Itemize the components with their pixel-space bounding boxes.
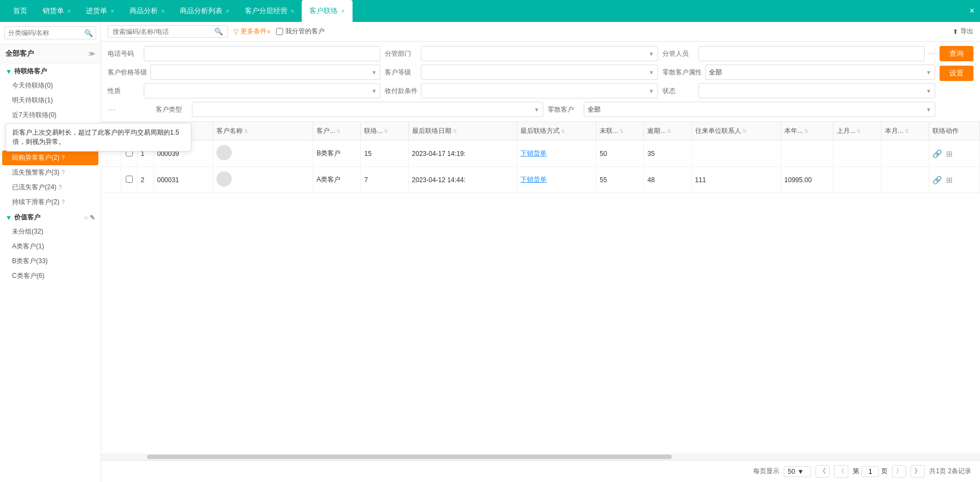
nav-product-analysis-list[interactable]: 商品分析列表 × [172,0,237,22]
filter-icon: ▽ [233,28,238,36]
price-level-caret: ▼ [371,69,377,76]
filter-dots-area: ··· [108,104,151,115]
sidebar-item-declining[interactable]: 持续下滑客户(2) ? [0,195,101,210]
export-button[interactable]: ⬆ 导出 [953,27,973,36]
nav-sales-close[interactable]: × [67,8,71,14]
row2-contact-way-link[interactable]: 下销货单 [520,176,547,183]
next-page-button[interactable]: 〉 [892,465,906,478]
waiting-contact-group[interactable]: ▼ 待联络客户 [0,63,101,78]
customer-level-select[interactable]: ▼ [421,65,658,80]
retail-attribute-select[interactable]: 全部 ▼ [705,65,935,80]
sort-icon-overdue: ⇅ [667,128,671,134]
first-page-button[interactable]: 《 [815,465,830,478]
nav-home[interactable]: 首页 [5,0,35,22]
nav-product-analysis-list-close[interactable]: × [226,8,229,14]
more-conditions-button[interactable]: ▽ 更多条件 ∧ [233,27,271,36]
nav-product-analysis[interactable]: 商品分析 × [122,0,172,22]
retail-customer-select[interactable]: 全部 ▼ [584,102,935,117]
row2-last-contact-way[interactable]: 下销货单 [517,167,596,193]
top-navigation: 首页 销货单 × 进货单 × 商品分析 × 商品分析列表 × 客户分层经营 × … [0,0,980,22]
row2-checkbox[interactable] [121,167,137,193]
filter-more-dots[interactable]: ··· [108,104,116,115]
query-button[interactable]: 查询 [940,46,973,61]
nav-purchase[interactable]: 进货单 × [78,0,121,22]
th-unit-contact[interactable]: 往来单位联系人 ⇅ [691,122,781,141]
per-page-select[interactable]: 50 ▼ [784,466,811,477]
customer-type-select[interactable]: ▼ [192,102,543,117]
prev-page-button[interactable]: 〈 [834,465,848,478]
row2-code[interactable]: 000031 [154,167,213,193]
nav-purchase-close[interactable]: × [110,8,114,14]
per-page-caret: ▼ [797,468,804,475]
sidebar-search-input[interactable] [4,26,96,39]
window-close-button[interactable]: × [970,6,975,16]
th-last-contact-way[interactable]: 最后联络方式 ⇅ [517,122,596,141]
row2-not-contacted: 55 [596,167,644,193]
sidebar-collapse-icon[interactable]: ≫ [89,50,95,57]
status-select[interactable]: ▼ [699,83,935,98]
row1-grid-icon[interactable]: ⊞ [946,149,953,158]
th-last-contact-date[interactable]: 最后联络日期 ⇅ [408,122,517,141]
payment-select[interactable]: ▼ [421,83,658,98]
row2-grid-icon[interactable]: ⊞ [946,176,953,184]
th-last-month[interactable]: 上月... ⇅ [834,122,881,141]
nav-customer-contact-close[interactable]: × [341,8,344,14]
filter-row-3: 性质 ▼ 收付款条件 ▼ [108,83,935,98]
last-page-button[interactable]: 》 [911,465,925,478]
nav-sales[interactable]: 销货单 × [35,0,78,22]
sidebar-item-repurchase-abnormal[interactable]: 回购异常客户(2) ? [2,150,98,165]
row2-select-checkbox[interactable] [126,176,133,183]
sidebar-item-lost-warning[interactable]: 流失预警客户(3) ? [0,165,101,180]
page-number-input[interactable] [861,466,879,477]
sidebar-item-tomorrow[interactable]: 明天待联络(1) [0,93,101,108]
row2-settings [101,167,121,193]
sidebar-item-today[interactable]: 今天待联络(0) [0,78,101,93]
th-this-month[interactable]: 本月... ⇅ [881,122,929,141]
row1-contact-way-link[interactable]: 下销货单 [520,149,547,157]
dept-select[interactable]: ▼ [421,46,658,61]
nav-customer-contact[interactable]: 客户联络 × [302,0,352,22]
filter-dept: 分管部门 ▼ [385,46,658,61]
th-not-contacted[interactable]: 未联... ⇅ [596,122,644,141]
customer-level-caret: ▼ [649,69,654,76]
row1-last-contact-way[interactable]: 下销货单 [517,141,596,167]
sidebar-item-already-lost[interactable]: 已流失客户(24) ? [0,180,101,195]
my-customers-checkbox[interactable] [276,28,283,35]
th-type[interactable]: 客户... ⇅ [313,122,361,141]
phone-input[interactable] [144,46,380,61]
th-name[interactable]: 客户名称 ⇅ [213,122,313,141]
settings-button[interactable]: 设置 [940,66,973,81]
nature-select[interactable]: ▼ [144,83,380,98]
row2-name[interactable] [213,167,313,193]
row2-action: 🔗 ⊞ [929,167,979,193]
manager-dots[interactable]: ··· [928,49,935,59]
row1-last-contact-date: 2023-04-17 14:19: [408,141,517,167]
nav-product-analysis-close[interactable]: × [161,8,165,14]
row1-name[interactable] [213,141,313,167]
th-overdue[interactable]: 逾期... ⇅ [644,122,691,141]
row1-overdue: 35 [644,141,691,167]
row1-link-icon[interactable]: 🔗 [932,149,942,158]
value-customers-group[interactable]: ▼ 价值客户 ○ ✎ [0,210,101,224]
all-customers-header[interactable]: 全部客户 ≫ [0,44,101,63]
th-this-year[interactable]: 本年... ⇅ [781,122,834,141]
manager-input[interactable] [699,46,925,61]
my-customers-checkbox-area: 我分管的客户 [276,27,325,36]
sidebar-item-class-b[interactable]: B类客户(33) [0,254,101,269]
sidebar-item-unclassified[interactable]: 未分组(32) [0,224,101,239]
horizontal-scrollbar[interactable] [101,454,980,460]
sidebar-item-class-c[interactable]: C类客户(6) [0,269,101,283]
nav-customer-stratification-close[interactable]: × [291,8,294,14]
scroll-thumb[interactable] [147,455,672,459]
nav-customer-stratification[interactable]: 客户分层经营 × [237,0,302,22]
filter-phone: 电话号码 [108,46,380,61]
table-container: ⚙ 客户编码 ⇅ 客户名称 ⇅ [101,122,980,454]
row2-link-icon[interactable]: 🔗 [932,176,942,184]
sidebar-item-class-a[interactable]: A类客户(1) [0,239,101,254]
th-contact[interactable]: 联络... ⇅ [361,122,408,141]
sidebar-item-7days[interactable]: 近7天待联络(0) [0,108,101,123]
price-level-select[interactable]: ▼ [150,65,380,80]
help-icon: ? [62,155,65,161]
search-input[interactable] [113,28,214,36]
value-group-edit-icons[interactable]: ○ ✎ [84,214,95,222]
